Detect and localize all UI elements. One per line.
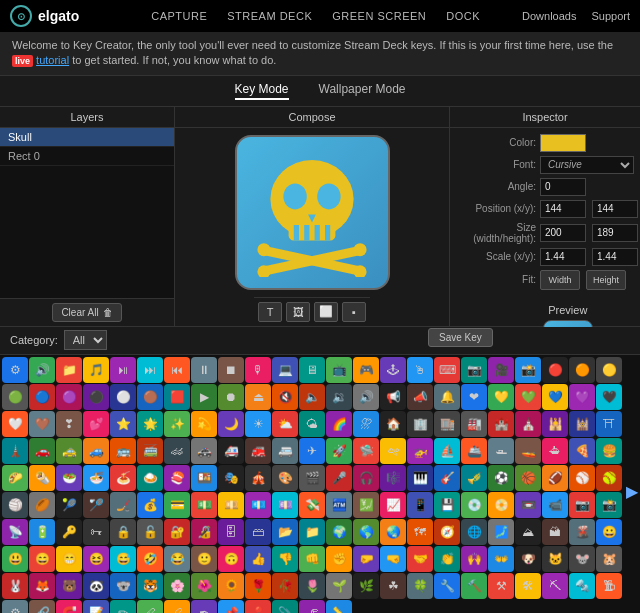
icon-cell[interactable]: 🏢: [407, 411, 433, 437]
icon-cell[interactable]: 🔩: [569, 573, 595, 599]
nav-stream-deck[interactable]: STREAM DECK: [227, 10, 312, 22]
icon-cell[interactable]: 🟣: [56, 384, 82, 410]
icon-cell[interactable]: 🕹: [380, 357, 406, 383]
icon-cell[interactable]: 🍕: [569, 438, 595, 464]
icon-cell[interactable]: 🐯: [137, 573, 163, 599]
icon-cell[interactable]: 🎤: [326, 465, 352, 491]
icon-cell[interactable]: ⛴: [542, 438, 568, 464]
icon-cell[interactable]: 🔇: [272, 384, 298, 410]
icon-cell[interactable]: 🏸: [83, 492, 109, 518]
icon-cell[interactable]: 🔋: [29, 519, 55, 545]
nav-capture[interactable]: CAPTURE: [151, 10, 207, 22]
category-select[interactable]: All: [64, 330, 107, 350]
icon-cell[interactable]: 🏐: [2, 492, 28, 518]
icon-cell[interactable]: 😄: [29, 546, 55, 572]
icon-cell[interactable]: 🔔: [434, 384, 460, 410]
icon-cell[interactable]: 📱: [407, 492, 433, 518]
icon-cell[interactable]: 👐: [488, 546, 514, 572]
icon-cell[interactable]: 📌: [218, 600, 244, 613]
icon-cell[interactable]: ⚙: [2, 600, 28, 613]
tutorial-link[interactable]: tutorial: [36, 54, 69, 66]
icon-cell[interactable]: 📺: [326, 357, 352, 383]
icon-cell[interactable]: 🔊: [29, 357, 55, 383]
icon-cell[interactable]: 🎮: [353, 357, 379, 383]
icon-cell[interactable]: ✨: [164, 411, 190, 437]
icon-cell[interactable]: 🌱: [326, 573, 352, 599]
icon-cell[interactable]: 🥗: [56, 465, 82, 491]
icon-cell[interactable]: ✏: [110, 600, 136, 613]
icon-cell[interactable]: ⏏: [245, 384, 271, 410]
save-key-button[interactable]: Save Key: [428, 328, 493, 347]
icon-cell[interactable]: 🧭: [434, 519, 460, 545]
icon-cell[interactable]: 😂: [164, 546, 190, 572]
icon-cell[interactable]: 📏: [326, 600, 352, 613]
icon-cell[interactable]: 🌹: [245, 573, 271, 599]
icon-cell[interactable]: 🏰: [488, 411, 514, 437]
icon-cell[interactable]: 🖊: [137, 600, 163, 613]
icon-cell[interactable]: 👊: [299, 546, 325, 572]
tab-key-mode[interactable]: Key Mode: [235, 82, 289, 100]
icon-cell[interactable]: 💹: [353, 492, 379, 518]
icon-cell[interactable]: 🏒: [110, 492, 136, 518]
icon-cell[interactable]: 🚁: [407, 438, 433, 464]
fit-height-btn[interactable]: Height: [586, 270, 626, 290]
icon-cell[interactable]: 🖤: [596, 384, 622, 410]
layers-list[interactable]: Skull Rect 0: [0, 128, 174, 298]
icon-cell[interactable]: 📝: [83, 600, 109, 613]
icon-cell[interactable]: 🌿: [353, 573, 379, 599]
icon-cell[interactable]: 🤛: [353, 546, 379, 572]
icon-cell[interactable]: 🙃: [218, 546, 244, 572]
icon-cell[interactable]: ❣: [56, 411, 82, 437]
icon-cell[interactable]: 🍔: [596, 438, 622, 464]
icon-cell[interactable]: ⚽: [488, 465, 514, 491]
icon-cell[interactable]: ⏸: [191, 357, 217, 383]
color-swatch[interactable]: [540, 134, 586, 152]
icon-cell[interactable]: 🟥: [164, 384, 190, 410]
icon-cell[interactable]: 📍: [245, 600, 271, 613]
icon-cell[interactable]: 🚙: [83, 438, 109, 464]
icon-cell[interactable]: 🚎: [137, 438, 163, 464]
icon-cell[interactable]: 🔨: [461, 573, 487, 599]
layer-item-skull[interactable]: Skull: [0, 128, 174, 147]
icon-cell[interactable]: 🐻: [56, 573, 82, 599]
icon-cell[interactable]: ⛪: [515, 411, 541, 437]
pos-x-input[interactable]: [540, 200, 586, 218]
icon-cell[interactable]: 🗾: [488, 519, 514, 545]
icon-cell[interactable]: 🚌: [110, 438, 136, 464]
icon-cell[interactable]: 🍝: [110, 465, 136, 491]
icon-cell[interactable]: 📀: [488, 492, 514, 518]
icon-cell[interactable]: ⏮: [164, 357, 190, 383]
icon-cell[interactable]: 🔵: [29, 384, 55, 410]
scroll-right-arrow[interactable]: ▶: [626, 482, 638, 501]
icon-cell[interactable]: 💶: [245, 492, 271, 518]
icon-cell[interactable]: 💕: [83, 411, 109, 437]
angle-input[interactable]: [540, 178, 586, 196]
icon-cell[interactable]: 🎪: [245, 465, 271, 491]
icon-cell[interactable]: ☀: [245, 411, 271, 437]
support-link[interactable]: Support: [591, 10, 630, 22]
icons-grid-wrapper[interactable]: ⚙🔊📁🎵⏯⏭⏮⏸⏹🎙💻🖥📺🎮🕹🖱⌨📷🎥📸🔴🟠🟡🟢🔵🟣⚫⚪🟤🟥▶⏺⏏🔇🔈🔉🔊📢📣🔔…: [0, 355, 640, 613]
icon-cell[interactable]: 🌋: [569, 519, 595, 545]
icon-cell[interactable]: 🌮: [2, 465, 28, 491]
icon-cell[interactable]: 🖇: [299, 600, 325, 613]
icon-cell[interactable]: 📡: [2, 519, 28, 545]
icon-cell[interactable]: 🛸: [353, 438, 379, 464]
icon-cell[interactable]: 🤜: [380, 546, 406, 572]
icon-cell[interactable]: 😃: [2, 546, 28, 572]
icon-cell[interactable]: 💷: [272, 492, 298, 518]
icon-cell[interactable]: 🔊: [353, 384, 379, 410]
nav-green-screen[interactable]: GREEN SCREEN: [332, 10, 426, 22]
icon-cell[interactable]: 🚓: [191, 438, 217, 464]
icon-cell[interactable]: 💻: [272, 357, 298, 383]
icon-cell[interactable]: 🍱: [191, 465, 217, 491]
icon-cell[interactable]: 🤎: [29, 411, 55, 437]
icon-cell[interactable]: 🥎: [596, 465, 622, 491]
icon-cell[interactable]: ⛰: [515, 519, 541, 545]
icon-cell[interactable]: 🗜: [596, 573, 622, 599]
icon-cell[interactable]: 🏧: [326, 492, 352, 518]
icon-cell[interactable]: 🚒: [245, 438, 271, 464]
icon-cell[interactable]: 🗃: [245, 519, 271, 545]
icon-cell[interactable]: 📷: [461, 357, 487, 383]
icon-cell[interactable]: ⏭: [137, 357, 163, 383]
icon-cell[interactable]: ⚾: [569, 465, 595, 491]
